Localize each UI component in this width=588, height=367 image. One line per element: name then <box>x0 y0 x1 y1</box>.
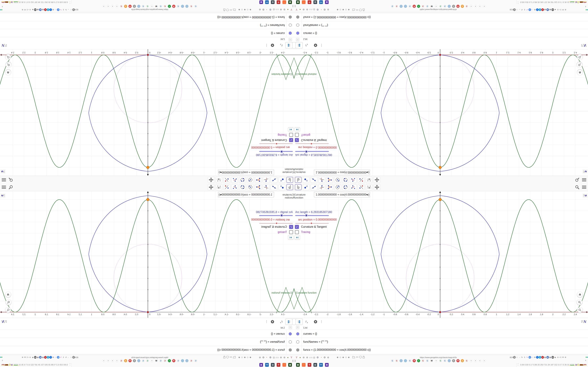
arc-length-slider[interactable] <box>295 150 329 153</box>
arc-length-slider[interactable] <box>295 214 329 217</box>
arc-position-slider-knob[interactable] <box>276 223 277 224</box>
browser-icon[interactable]: ⊕ <box>306 8 309 11</box>
extension-icon[interactable]: + <box>49 356 52 359</box>
extension-icon[interactable]: ⚙ <box>21 8 24 11</box>
radio-dot[interactable] <box>239 9 240 10</box>
browser-icon[interactable]: Y <box>290 8 293 11</box>
extension-icon[interactable]: ☆ <box>70 356 72 359</box>
extension-icon[interactable]: ⚙ <box>564 8 567 11</box>
extension-icon[interactable]: v <box>47 8 49 11</box>
menu-icon[interactable] <box>582 185 587 189</box>
algebra-row-funcs[interactable]: funcs = {1.000000000000 + cos(4.00000000… <box>0 13 294 21</box>
arc-length-slider-knob[interactable] <box>281 214 283 217</box>
tab-favicon[interactable]: Я <box>129 359 132 362</box>
algebra-row-funcs[interactable]: funcs = {1.000000000000 + cos(4.00000000… <box>294 346 588 354</box>
url-text[interactable]: https://www.geogebra.org/classic/aagcxh3… <box>420 356 457 359</box>
chevron-up-icon[interactable]: ∧ <box>585 359 587 362</box>
tab-favicon[interactable]: Я <box>413 5 416 8</box>
perpendicular-line-tool-button[interactable] <box>319 177 325 183</box>
extension-icon[interactable]: ⬭ <box>54 356 57 359</box>
polygon-tool-button[interactable] <box>255 177 262 183</box>
tab-favicon[interactable]: W <box>430 359 433 362</box>
extension-icon[interactable]: ◉ <box>546 8 549 11</box>
curve-max-point[interactable] <box>147 166 149 169</box>
extension-icon[interactable]: ⚒ <box>562 8 564 11</box>
arc-length-slider[interactable] <box>259 214 293 217</box>
skip-to-end-button[interactable] <box>294 235 300 240</box>
back-arrow-icon[interactable] <box>229 356 232 359</box>
extension-icon[interactable]: ◉ <box>39 8 42 11</box>
extension-icon[interactable]: ⇩ <box>62 356 65 359</box>
point-tool-button[interactable]: A <box>303 177 309 183</box>
taskbar-app-icon[interactable]: ◔ <box>302 363 306 367</box>
browser-icon[interactable]: ⚙ <box>262 8 265 11</box>
radio-dot[interactable] <box>337 9 338 10</box>
browser-icon[interactable]: ⚙ <box>323 8 326 11</box>
function-dropdown[interactable]: 1.000000000000 + cos(4.000000000000 x) <box>218 192 274 197</box>
browser-icon[interactable]: ⊕ <box>258 8 261 11</box>
extension-icon[interactable]: ◆ <box>554 8 557 11</box>
arc-position-slider[interactable] <box>295 143 329 144</box>
extension-icon[interactable]: ▦ <box>37 356 39 359</box>
tab-favicon[interactable]: ✦ <box>102 359 105 362</box>
move-view-tool-button[interactable] <box>374 177 380 183</box>
line-tool-button[interactable] <box>271 177 277 183</box>
browser-icon[interactable]: ⚙ <box>262 356 265 359</box>
extension-icon[interactable]: ▦ <box>37 8 39 11</box>
tab-favicon[interactable]: G <box>465 5 468 8</box>
zoom-level-badge[interactable]: 81% <box>74 8 78 11</box>
graphics-view[interactable]: -2.4-2.2-2-1.8-1.6-1.4-1.2-1-0.8-0.6-0.4… <box>294 49 588 176</box>
curvature-tangent-checkbox[interactable]: ✓ <box>289 225 293 229</box>
tab-favicon[interactable]: G <box>443 5 446 8</box>
settings-button[interactable] <box>269 319 276 325</box>
clipped-style-button[interactable] <box>292 319 294 325</box>
taskbar-app-icon[interactable]: ▣ <box>296 363 300 367</box>
circle-tool-button[interactable] <box>247 177 254 183</box>
radio-dot[interactable] <box>247 357 248 358</box>
tab-favicon[interactable] <box>404 359 407 362</box>
extension-icon[interactable]: → <box>67 8 70 11</box>
graphics-view[interactable]: -2.4-2.2-2-1.8-1.6-1.4-1.2-1-0.8-0.6-0.4… <box>0 191 294 318</box>
taskbar-app-icon[interactable]: 64 <box>319 363 323 367</box>
menu-icon[interactable] <box>1 185 6 189</box>
browser-icon[interactable]: ◔ <box>265 356 268 359</box>
extension-icon[interactable]: ⬭ <box>531 356 534 359</box>
tab-favicon[interactable]: ✦ <box>469 359 473 362</box>
taskbar-app-icon[interactable]: ◔ <box>282 0 286 4</box>
extension-icon[interactable]: ⚒ <box>562 356 564 359</box>
line-tool-button[interactable] <box>271 184 277 190</box>
browser-icon[interactable]: ⊕ <box>302 356 305 359</box>
tab-favicon[interactable] <box>137 5 140 8</box>
extension-icon[interactable]: ⚙ <box>52 8 54 11</box>
arc-position-point[interactable] <box>440 311 441 313</box>
tab-favicon[interactable] <box>404 5 407 8</box>
tab-favicon[interactable]: ✦ <box>107 359 110 362</box>
move-tool-button[interactable] <box>295 177 302 183</box>
arc-position-slider[interactable] <box>259 223 293 224</box>
graphics-settings-button[interactable] <box>583 169 587 174</box>
move-tool-button[interactable] <box>286 177 293 183</box>
visibility-dot-curves[interactable] <box>289 332 292 335</box>
taskbar-app-icon[interactable]: ◉ <box>259 363 263 367</box>
home-button[interactable] <box>577 70 583 75</box>
browser-icon[interactable]: ⊕ <box>306 356 309 359</box>
tracing-checkbox[interactable] <box>295 133 299 137</box>
tab-favicon[interactable]: G <box>421 359 424 362</box>
tab-favicon[interactable]: G <box>194 359 197 362</box>
radio-dot[interactable] <box>337 357 338 358</box>
taskbar-app-icon[interactable]: ▣ <box>288 363 292 367</box>
collapse-button[interactable]: − <box>296 38 299 41</box>
tab-favicon[interactable]: ✓ <box>417 359 420 362</box>
url-text[interactable]: https://www.geogebra.org/classic/aagcxh3… <box>131 356 168 359</box>
browser-icon[interactable]: ⊕ <box>283 8 286 11</box>
tab-favicon[interactable]: G <box>408 5 411 8</box>
collapse-button[interactable]: − <box>296 326 299 329</box>
browser-icon[interactable]: ⚙ <box>269 356 272 359</box>
visibility-dot-funcs[interactable] <box>296 16 299 18</box>
extension-icon[interactable]: A <box>57 8 60 11</box>
search-icon[interactable] <box>9 178 13 182</box>
more-options-button[interactable]: ⋮ <box>265 319 268 325</box>
extension-icon[interactable]: ⊕ <box>29 8 32 11</box>
tab-favicon[interactable] <box>185 5 189 8</box>
home-button[interactable] <box>5 292 11 297</box>
